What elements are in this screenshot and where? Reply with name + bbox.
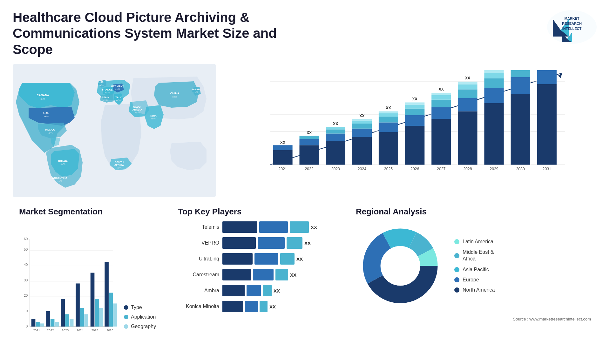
world-map: CANADA xx% U.S. xx% MEXICO xx% BRAZIL xx… (13, 64, 216, 197)
player-telemis: Telemis XX (178, 221, 337, 233)
player-carestream: Carestream XX (178, 269, 337, 280)
svg-rect-95 (458, 84, 477, 90)
svg-text:10: 10 (24, 309, 28, 313)
svg-text:20: 20 (24, 293, 28, 297)
svg-rect-141 (76, 284, 80, 327)
players-title: Top Key Players (178, 207, 337, 217)
svg-text:40: 40 (24, 263, 28, 266)
player-bar-seg3-telemis (290, 221, 309, 233)
svg-text:xx%: xx% (103, 99, 108, 102)
svg-rect-131 (40, 324, 44, 327)
svg-rect-78 (405, 126, 424, 165)
segmentation-section: Market Segmentation 0 10 20 30 40 50 60 (13, 204, 165, 354)
player-name-telemis: Telemis (178, 224, 219, 230)
player-bar-vepro: XX (222, 237, 337, 249)
bar-chart: XX 2021 XX 2022 XX 2023 (245, 70, 588, 181)
dot-europe (454, 277, 459, 282)
svg-rect-80 (405, 109, 424, 115)
svg-text:CHINA: CHINA (170, 92, 180, 95)
svg-rect-149 (105, 262, 109, 327)
svg-text:2026: 2026 (410, 167, 419, 171)
svg-text:XX: XX (412, 97, 417, 101)
svg-text:XX: XX (386, 106, 391, 110)
player-name-vepro: VEPRO (178, 240, 219, 246)
svg-rect-72 (379, 123, 398, 132)
legend-type: Type (124, 305, 156, 310)
svg-text:xx%: xx% (172, 95, 177, 98)
svg-rect-102 (484, 73, 504, 78)
svg-rect-106 (511, 94, 530, 165)
svg-rect-139 (70, 319, 74, 327)
svg-rect-130 (36, 322, 40, 327)
players-section: Top Key Players Telemis XX VEPRO (172, 204, 343, 354)
svg-text:2025: 2025 (384, 167, 393, 171)
svg-text:ARGENTINA: ARGENTINA (52, 177, 67, 179)
svg-rect-103 (484, 70, 504, 73)
segmentation-chart: 0 10 20 30 40 50 60 (19, 234, 118, 342)
svg-rect-64 (352, 137, 372, 165)
legend-application: Application (124, 314, 156, 320)
legend-geo-dot (124, 324, 128, 329)
legend-europe: Europe (454, 277, 504, 283)
svg-rect-96 (458, 82, 477, 84)
svg-text:FRANCE: FRANCE (102, 88, 113, 91)
svg-rect-151 (113, 304, 117, 327)
svg-rect-101 (484, 78, 504, 88)
svg-rect-93 (458, 98, 477, 111)
svg-text:2026: 2026 (106, 328, 113, 332)
svg-text:RESEARCH: RESEARCH (562, 22, 582, 25)
svg-rect-58 (326, 141, 345, 165)
svg-rect-135 (55, 322, 59, 327)
regional-title: Regional Analysis (356, 207, 591, 217)
svg-rect-94 (458, 90, 477, 98)
svg-rect-88 (431, 95, 451, 100)
svg-text:2024: 2024 (358, 167, 366, 171)
player-xx-telemis: XX (311, 225, 317, 230)
svg-rect-138 (65, 314, 69, 327)
player-bar-ultralinq: XX (222, 253, 337, 265)
label-latin-america: Latin America (463, 239, 493, 245)
player-xx-ambra: XX (274, 288, 280, 293)
svg-point-158 (381, 247, 419, 285)
svg-text:AFRICA: AFRICA (114, 164, 124, 166)
svg-rect-53 (300, 145, 319, 165)
svg-text:0: 0 (26, 324, 28, 328)
regional-section: Regional Analysis (349, 204, 597, 354)
svg-text:xx%: xx% (57, 180, 62, 183)
regional-content: Latin America Middle East & Africa Asia … (356, 221, 591, 310)
svg-rect-68 (352, 119, 372, 121)
svg-rect-146 (95, 299, 99, 327)
source-line: Source : www.marketresearchintellect.com (356, 317, 591, 321)
svg-rect-107 (511, 77, 530, 94)
svg-text:xx%: xx% (98, 84, 103, 87)
player-xx-konica: XX (269, 304, 276, 309)
label-middle-east-africa: Middle East & Africa (463, 249, 504, 262)
player-bar-carestream: XX (222, 269, 337, 280)
player-name-ultralinq: UltraLinq (178, 256, 219, 262)
svg-rect-67 (352, 121, 372, 124)
bar-chart-section: XX 2021 XX 2022 XX 2023 (226, 64, 597, 197)
svg-text:GERMANY: GERMANY (111, 85, 125, 88)
legend-app-dot (124, 315, 128, 319)
player-konica: Konica Minolta XX (178, 301, 337, 312)
logo-area: MARKET RESEARCH INTELLECT (546, 10, 597, 44)
legend-latin-america: Latin America (454, 239, 504, 245)
logo-box: MARKET RESEARCH INTELLECT (546, 10, 597, 44)
seg-content: 0 10 20 30 40 50 60 (19, 221, 159, 342)
regional-legend: Latin America Middle East & Africa Asia … (454, 239, 504, 293)
player-xx-vepro: XX (304, 240, 311, 246)
header: Healthcare Cloud Picture Archiving & Com… (13, 10, 597, 57)
svg-rect-65 (352, 129, 372, 137)
svg-text:2021: 2021 (33, 328, 40, 332)
svg-text:XX: XX (333, 122, 338, 126)
svg-rect-55 (300, 136, 319, 139)
svg-text:2025: 2025 (92, 328, 98, 332)
svg-text:BRAZIL: BRAZIL (58, 159, 67, 162)
svg-text:SPAIN: SPAIN (102, 96, 109, 99)
page-wrapper: Healthcare Cloud Picture Archiving & Com… (0, 0, 610, 364)
svg-rect-112 (537, 70, 557, 84)
svg-text:xx%: xx% (40, 98, 45, 100)
bottom-row: Market Segmentation 0 10 20 30 40 50 60 (13, 204, 597, 354)
svg-text:2021: 2021 (278, 167, 287, 171)
svg-rect-89 (431, 93, 451, 95)
